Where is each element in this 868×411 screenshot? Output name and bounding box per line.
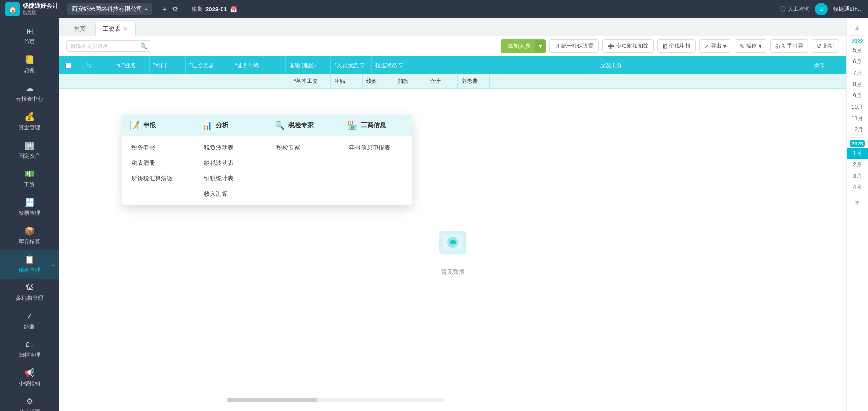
operation-button[interactable]: ✎ 操作 ▾ <box>735 39 766 53</box>
toolbar: 🔍 添加人员 ▾ ☑ 统一社保设置 ➕ 专项附加扣除 ◧ 个税申报 ↗ 导出 <box>59 36 846 56</box>
tab-home[interactable]: 首页 <box>66 22 93 36</box>
sidebar-item-tax[interactable]: 📋 税务管理 ▶ <box>0 250 59 279</box>
header-right: 🎧 人工咨询 U 畅捷通8组... <box>779 3 863 15</box>
dropdown-item-annual-report[interactable]: 年报信息申报表 <box>340 140 412 155</box>
dropdown-item-tax-change[interactable]: 纳税波动表 <box>195 155 267 171</box>
th-region: 国籍 (地区) <box>286 56 331 74</box>
sidebar-item-home[interactable]: ⊞ 首页 <box>0 22 59 50</box>
dropdown-item-income-estimate[interactable]: 收入测算 <box>195 186 267 202</box>
refresh-button[interactable]: ↺ 刷新 <box>812 39 839 53</box>
status-filter-icon[interactable]: ▽ <box>360 62 364 68</box>
dropdown-item-income-tax[interactable]: 所得税汇算清缴 <box>122 171 195 186</box>
dropdown-col-expert-header: 🔍 税检专家 <box>267 115 340 136</box>
add-dropdown-arrow-icon[interactable]: ▾ <box>535 40 546 52</box>
horizontal-scrollbar[interactable] <box>227 398 444 402</box>
dropdown-col-bizinfo-header: 🏪 工商信息 <box>340 115 412 136</box>
home-icon: ⊞ <box>26 26 33 36</box>
sort-icon[interactable]: ⇅ <box>117 63 121 68</box>
period-value: 2023-01 <box>205 6 227 13</box>
th-id-type: *证照类型 <box>186 56 231 74</box>
operation-dropdown-icon: ▾ <box>759 43 761 49</box>
checkbox-icon: ☑ <box>554 43 559 49</box>
sidebar-item-inventory[interactable]: 📦 库存核算 <box>0 222 59 250</box>
cal-month-may[interactable]: 5月 <box>847 45 868 56</box>
export-icon: ↗ <box>704 43 709 49</box>
user-avatar: U <box>815 3 828 15</box>
sidebar-item-payroll[interactable]: 💵 工资 <box>0 164 59 193</box>
sidebar-item-multi[interactable]: 🏗 多机构管理 <box>0 279 59 307</box>
cloud-icon: ☁ <box>25 83 34 93</box>
tab-bar: 首页 工资表 ✕ <box>59 18 846 36</box>
sidebar-item-settings[interactable]: ⚙ 基础设置 <box>0 392 59 411</box>
social-security-button[interactable]: ☑ 统一社保设置 <box>549 39 599 53</box>
sidebar-item-cloud[interactable]: ☁ 云报表中心 <box>0 79 59 107</box>
cal-month-aug[interactable]: 8月 <box>847 79 868 90</box>
company-name: 西安虾米网络科技有限公司 <box>72 5 142 13</box>
settings-icon[interactable]: ⚙ <box>172 5 178 14</box>
search-wrap: 🔍 <box>66 40 151 52</box>
report-filter-icon[interactable]: ▽ <box>399 62 403 68</box>
add-icon[interactable]: ＋ <box>161 5 168 14</box>
cal-month-oct[interactable]: 10月 <box>847 102 868 113</box>
tab-payroll[interactable]: 工资表 ✕ <box>95 22 136 36</box>
cal-month-apr[interactable]: 4月 <box>847 182 868 193</box>
sidebar-item-marketing[interactable]: 📢 小畅报销 <box>0 363 59 392</box>
content-area: 首页 工资表 ✕ 🔍 添加人员 ▾ ☑ 统一社保设置 ➕ <box>59 18 846 411</box>
guide-button[interactable]: ◎ 新手引导 <box>770 39 808 53</box>
th-id-number: *证照号码 <box>231 56 286 74</box>
payroll-icon: 💵 <box>24 169 34 179</box>
app-sub: 旗舰版 <box>23 10 58 16</box>
year-divider-3 <box>850 195 865 195</box>
cal-month-mar[interactable]: 3月 <box>847 170 868 182</box>
dropdown-item-expert[interactable]: 税检专家 <box>267 140 340 155</box>
search-icon: 🔍 <box>140 43 147 49</box>
svg-rect-3 <box>450 241 456 244</box>
sidebar: ⊞ 首页 📒 总账 ☁ 云报表中心 💰 资金管理 🏢 固定资产 💵 工资 🧾 发… <box>0 18 59 411</box>
cal-month-feb[interactable]: 2月 <box>847 159 868 170</box>
user-name[interactable]: 畅捷通8组... <box>833 5 863 13</box>
cal-month-sep[interactable]: 9月 <box>847 90 868 102</box>
plus-icon: ➕ <box>607 43 614 49</box>
sidebar-item-invoice[interactable]: 🧾 发票管理 <box>0 193 59 222</box>
sidebar-item-ledger[interactable]: 📒 总账 <box>0 50 59 79</box>
dropdown-item-tax-table[interactable]: 税表清册 <box>122 155 195 171</box>
header-left: 🏠 畅捷通好会计 旗舰版 西安虾米网络科技有限公司 ▾ ＋ ⚙ 账期 2023-… <box>5 2 237 16</box>
tax-report-icon: ◧ <box>662 43 667 49</box>
individual-tax-button[interactable]: ◧ 个税申报 <box>657 39 696 53</box>
special-deduction-button[interactable]: ➕ 专项附加扣除 <box>602 39 654 53</box>
ledger-icon: 📒 <box>24 55 34 65</box>
add-person-button[interactable]: 添加人员 ▾ <box>501 39 546 53</box>
support-button[interactable]: 🎧 人工咨询 <box>779 5 810 13</box>
table-header: 工号 ⇅ *姓名 *部门 *证照类型 *证照号码 国籍 (地区) <box>59 56 846 74</box>
analysis-items: 税负波动表 纳税波动表 纳税统计表 收入测算 <box>195 136 267 205</box>
archive-icon: 🗂 <box>25 340 34 349</box>
svg-rect-4 <box>451 240 455 241</box>
tab-close-icon[interactable]: ✕ <box>123 26 128 32</box>
dropdown-item-tax-burden[interactable]: 税负波动表 <box>195 140 267 155</box>
declaration-items: 税务申报 税表清册 所得税汇算清缴 <box>122 136 195 190</box>
sidebar-item-funds[interactable]: 💰 资金管理 <box>0 107 59 136</box>
dropdown-item-tax-stats[interactable]: 纳税统计表 <box>195 171 267 186</box>
sidebar-item-archive[interactable]: 🗂 归档管理 <box>0 335 59 363</box>
sidebar-item-assets[interactable]: 🏢 固定资产 <box>0 136 59 164</box>
th-checkbox[interactable] <box>59 63 77 68</box>
select-all-checkbox[interactable] <box>65 63 71 68</box>
cal-month-nov[interactable]: 11月 <box>847 113 868 124</box>
search-input[interactable] <box>70 43 138 49</box>
expert-icon: 🔍 <box>275 121 285 131</box>
sidebar-item-close[interactable]: ✓ 结账 <box>0 307 59 335</box>
export-button[interactable]: ↗ 导出 ▾ <box>699 39 731 53</box>
cal-month-jul[interactable]: 7月 <box>847 68 868 79</box>
sub-th-total: 合计 <box>426 74 458 88</box>
cal-month-jan[interactable]: 1月 <box>847 148 868 159</box>
company-selector[interactable]: 西安虾米网络科技有限公司 ▾ <box>67 3 152 15</box>
cal-month-dec[interactable]: 12月 <box>847 124 868 135</box>
dropdown-item-tax-declaration[interactable]: 税务申报 <box>122 140 195 155</box>
scrollbar-thumb[interactable] <box>227 398 317 402</box>
logo-icon: 🏠 <box>5 2 20 16</box>
calendar-icon[interactable]: 📅 <box>230 6 237 13</box>
cal-month-jun[interactable]: 6月 <box>847 56 868 68</box>
cal-nav-up[interactable]: ▲ <box>852 22 863 34</box>
cal-nav-down[interactable]: ▼ <box>852 197 863 209</box>
sub-th-performance: 绩效 <box>363 74 394 88</box>
